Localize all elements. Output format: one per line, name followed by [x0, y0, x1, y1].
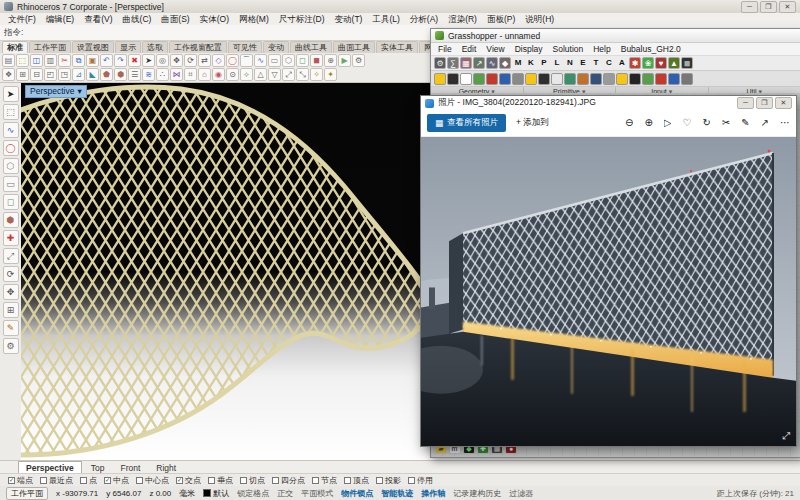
add-to-button[interactable]: + 添加到	[516, 117, 549, 129]
tab-M[interactable]: M	[512, 57, 524, 69]
toolbar-icon[interactable]: ⟳	[184, 54, 197, 67]
toolbar-icon[interactable]: ✱	[629, 57, 641, 69]
toolbar-icon[interactable]: ⚙	[352, 54, 365, 67]
toolbar-tab[interactable]: 曲面工具	[333, 41, 375, 53]
toolbar-icon[interactable]: ∿	[486, 57, 498, 69]
toolbar-icon[interactable]	[668, 73, 680, 85]
menu-item[interactable]: 实体(O)	[195, 13, 234, 25]
toolbar-icon[interactable]: ◳	[58, 68, 71, 81]
toolbar-icon[interactable]: ➤	[142, 54, 155, 67]
menu-item[interactable]: 曲面(S)	[156, 13, 194, 25]
status-toggle[interactable]: 锁定格点	[237, 488, 269, 499]
view-all-photos-button[interactable]: ▦ 查看所有照片	[427, 114, 506, 132]
menu-item[interactable]: 变动(T)	[330, 13, 368, 25]
toolbar-icon[interactable]	[538, 73, 550, 85]
tab-N[interactable]: N	[564, 57, 576, 69]
toolbar-icon[interactable]: ◯	[226, 54, 239, 67]
toolbar-icon[interactable]	[681, 73, 693, 85]
toolbar-icon[interactable]: ⬡	[282, 54, 295, 67]
toolbar-tab[interactable]: 变动	[263, 41, 289, 53]
toolbar-icon[interactable]	[551, 73, 563, 85]
fullscreen-icon[interactable]: ⤢	[782, 430, 790, 442]
toolbar-icon[interactable]: ▦	[460, 57, 472, 69]
toolbar-icon[interactable]: ⬚	[3, 104, 19, 120]
toolbar-icon[interactable]: ⊙	[226, 68, 239, 81]
toolbar-icon[interactable]	[525, 73, 537, 85]
toolbar-icon[interactable]: ⬢	[3, 212, 19, 228]
rotate-icon[interactable]: ↻	[702, 116, 710, 130]
toolbar-tab[interactable]: 选取	[142, 41, 168, 53]
toolbar-icon[interactable]: ▤	[2, 54, 15, 67]
toolbar-icon[interactable]: ▭	[3, 176, 19, 192]
share-icon[interactable]: ↗	[761, 116, 769, 130]
window-control-button[interactable]: ✕	[779, 1, 796, 13]
edit-icon[interactable]: ✎	[741, 116, 749, 130]
toolbar-icon[interactable]: ∑	[447, 57, 459, 69]
toolbar-icon[interactable]: ✎	[3, 320, 19, 336]
window-control-button[interactable]: ✕	[775, 97, 792, 109]
menu-item[interactable]: 说明(H)	[520, 13, 559, 25]
toolbar-icon[interactable]: ✧	[310, 68, 323, 81]
menu-item[interactable]: 分析(A)	[405, 13, 443, 25]
menu-item[interactable]: 工具(L)	[367, 13, 404, 25]
toolbar-icon[interactable]: ✦	[324, 68, 337, 81]
toolbar-icon[interactable]: ⤡	[296, 68, 309, 81]
osnap-option[interactable]: ✓交点	[176, 475, 201, 486]
toolbar-icon[interactable]	[616, 73, 628, 85]
units-label[interactable]: 毫米	[179, 488, 195, 499]
menu-item[interactable]: Help	[588, 43, 615, 55]
tab-P[interactable]: P	[538, 57, 550, 69]
menu-item[interactable]: 尺寸标注(D)	[274, 13, 330, 25]
toolbar-icon[interactable]: ⬟	[100, 68, 113, 81]
toolbar-icon[interactable]	[499, 73, 511, 85]
toolbar-icon[interactable]: ⊿	[72, 68, 85, 81]
checkbox[interactable]	[408, 477, 415, 484]
toolbar-icon[interactable]	[473, 73, 485, 85]
osnap-option[interactable]: 节点	[312, 475, 337, 486]
tab-C[interactable]: C	[603, 57, 615, 69]
checkbox[interactable]: ✓	[176, 477, 183, 484]
toolbar-icon[interactable]: ≋	[142, 68, 155, 81]
window-control-button[interactable]: ─	[737, 97, 754, 109]
toolbar-tab[interactable]: 显示	[115, 41, 141, 53]
osnap-option[interactable]: 顶点	[344, 475, 369, 486]
toolbar-icon[interactable]: ⚙	[434, 57, 446, 69]
osnap-option[interactable]: ✓中点	[104, 475, 129, 486]
tab-T[interactable]: T	[590, 57, 602, 69]
osnap-option[interactable]: 四分点	[272, 475, 305, 486]
toolbar-icon[interactable]: ✥	[3, 284, 19, 300]
toolbar-icon[interactable]	[486, 73, 498, 85]
menu-item[interactable]: 曲线(C)	[118, 13, 157, 25]
osnap-option[interactable]: ✓端点	[8, 475, 33, 486]
toolbar-icon[interactable]: ↶	[100, 54, 113, 67]
menu-item[interactable]: Bubalus_GH2.0	[616, 43, 686, 55]
menu-item[interactable]: 编辑(E)	[41, 13, 79, 25]
status-toggle[interactable]: 记录建构历史	[453, 488, 501, 499]
toolbar-icon[interactable]: ◆	[499, 57, 511, 69]
checkbox[interactable]	[272, 477, 279, 484]
tab-E[interactable]: E	[577, 57, 589, 69]
status-toggle[interactable]: 过滤器	[509, 488, 533, 499]
toolbar-icon[interactable]: ⌗	[184, 68, 197, 81]
toolbar-tab[interactable]: 标准	[2, 41, 28, 53]
toolbar-icon[interactable]: ⟡	[240, 68, 253, 81]
toolbar-icon[interactable]: ▥	[44, 54, 57, 67]
toolbar-icon[interactable]: ❀	[642, 57, 654, 69]
toolbar-tab[interactable]: 设置视图	[72, 41, 114, 53]
status-toggle[interactable]: 物件锁点	[341, 488, 373, 499]
viewport-title[interactable]: Perspective ▾	[25, 85, 87, 98]
zoom-in-icon[interactable]: ⊕	[644, 116, 652, 130]
toolbar-icon[interactable]: ◯	[3, 140, 19, 156]
toolbar-icon[interactable]: ⋈	[170, 68, 183, 81]
toolbar-icon[interactable]: ⤢	[3, 248, 19, 264]
status-toggle[interactable]: 操作轴	[421, 488, 445, 499]
menu-item[interactable]: View	[481, 43, 509, 55]
toolbar-tab[interactable]: 工作平面	[29, 41, 71, 53]
toolbar-icon[interactable]: ⚙	[3, 338, 19, 354]
more-icon[interactable]: ⋯	[780, 116, 790, 130]
window-control-button[interactable]: ❐	[756, 97, 773, 109]
toolbar-icon[interactable]	[629, 73, 641, 85]
toolbar-icon[interactable]: ⊟	[30, 68, 43, 81]
toolbar-icon[interactable]: ◻	[296, 54, 309, 67]
toolbar-icon[interactable]	[447, 73, 459, 85]
